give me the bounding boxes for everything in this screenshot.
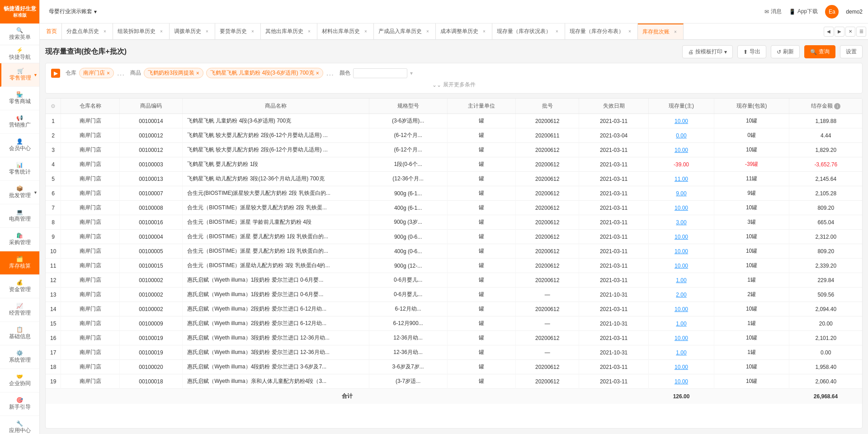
sidebar-item-guide[interactable]: 🎯 新手引导 [0,392,39,416]
table-container: ⚙ 仓库名称 商品编码 商品名称 规格型号 主计量单位 批号 失效日期 现存量(… [46,99,862,428]
cell-qty-main[interactable]: 1.00 [649,345,714,360]
sidebar-item-marketing[interactable]: 📢 营销推广 [0,110,39,134]
cell-name: 飞鹤星飞帆 较大婴儿配方奶粉 2段(6-12个月婴幼儿适用) ... [183,143,369,157]
close-icon[interactable]: × [204,28,210,35]
cell-qty-main[interactable]: 10.00 [649,244,714,259]
cell-qty-main[interactable]: 10.00 [649,360,714,374]
product-tag-close[interactable]: × [196,70,199,76]
sidebar-item-search[interactable]: 🔍 搜索英单 [0,24,39,45]
sidebar-item-member[interactable]: 👤 会员中心 [0,134,39,157]
tab-other-outbound[interactable]: 其他出库单历史 × [261,24,317,40]
product-tag-close2[interactable]: × [316,70,319,76]
sidebar-item-system[interactable]: ⚙️ 系统管理 [0,345,39,369]
close-icon[interactable]: × [102,28,108,35]
tab-prev-button[interactable]: ◀ [824,27,834,37]
tab-home[interactable]: 首页 [42,24,62,40]
tab-cost-adjust[interactable]: 成本调整单历史 × [436,24,492,40]
close-icon[interactable]: × [363,28,369,35]
col-spec: 规格型号 [369,99,447,114]
cell-qty-main[interactable]: 10.00 [649,302,714,316]
sidebar-item-wholesale[interactable]: 📦 批发管理 ▼ [0,181,39,204]
sidebar-item-app-center[interactable]: 🔧 应用中心 [0,416,39,434]
cell-qty-main[interactable]: 10.00 [649,259,714,273]
amount-info-icon[interactable]: i [834,103,840,109]
cell-qty-pkg: 0罐 [714,128,789,143]
cell-unit: 罐 [447,201,516,215]
tab-close-button[interactable]: ✕ [845,27,855,37]
close-icon[interactable]: × [425,28,431,35]
cell-qty-main[interactable]: 1.00 [649,273,714,288]
tab-batch-ledger[interactable]: 库存批次账 × [638,24,684,40]
export-button[interactable]: ⬆ 导出 [737,45,766,58]
settings-button[interactable]: 设置 [840,45,863,58]
sidebar-item-finance[interactable]: 💰 资金管理 [0,275,39,298]
inventory-icon: 🗂️ [16,256,23,262]
close-icon[interactable]: × [627,28,633,35]
color-dropdown-icon[interactable]: ▾ [410,70,413,76]
cell-qty-main[interactable]: 2.00 [649,288,714,302]
settings-icon[interactable]: ⚙ [51,103,56,109]
sidebar-item-retail-stats[interactable]: 📊 零售统计 [0,157,39,181]
cell-qty-main[interactable]: 10.00 [649,201,714,215]
tab-stock-status[interactable]: 现存量（库存状况表） × [492,24,565,40]
tab-assembly[interactable]: 组装拆卸单历史 × [113,24,170,40]
cell-qty-main[interactable]: 10.00 [649,143,714,157]
search-button[interactable]: 🔍 查询 [804,45,835,58]
tab-requisition[interactable]: 要货单历史 × [215,24,261,40]
print-button[interactable]: 🖨 按模板打印 ▾ [682,45,733,58]
cell-qty-main[interactable]: 1.00 [649,316,714,331]
close-icon[interactable]: × [481,28,487,35]
username: demo2 [846,9,863,15]
color-input[interactable] [353,68,407,78]
cell-name: 合生元（BIOSTIME）派星较大婴儿配方奶粉 2段 乳铁蛋... [183,201,369,215]
avatar[interactable]: Ea [825,5,839,19]
warehouse-tag-close[interactable]: × [107,70,110,76]
sidebar-item-operations[interactable]: 📈 经营管理 [0,298,39,322]
tab-inventory-count[interactable]: 分盘点单历史 × [62,24,113,40]
close-icon[interactable]: × [672,29,679,35]
footer-total-amount: 26,968.64 [789,389,862,404]
cell-qty-main[interactable]: 9.00 [649,186,714,201]
product-more-icon[interactable]: … [326,68,334,78]
message-button[interactable]: ✉ 消息 [764,8,782,15]
filter-area: ▶ 仓库 南岸门店 × … 商品 飞鹤奶粉3段两提装 × [45,63,863,94]
filter-expand-left-button[interactable]: ▶ [51,69,60,78]
cell-qty-main[interactable]: 10.00 [649,114,714,128]
table-header-row: ⚙ 仓库名称 商品编码 商品名称 规格型号 主计量单位 批号 失效日期 现存量(… [46,99,862,114]
cell-qty-main[interactable]: 10.00 [649,374,714,389]
sidebar-item-purchase[interactable]: 🛍️ 采购管理 [0,228,39,251]
close-icon[interactable]: × [306,28,312,35]
cell-qty-main[interactable]: 0.00 [649,128,714,143]
cell-qty-main[interactable]: 11.00 [649,172,714,186]
close-icon[interactable]: × [158,28,165,35]
warehouse-more-icon[interactable]: … [117,68,125,78]
company-dropdown[interactable]: 母婴行业演示账套 ▾ [45,6,100,17]
cell-unit: 罐 [447,128,516,143]
app-download-button[interactable]: 📱 App下载 [789,8,818,15]
topbar-left: 母婴行业演示账套 ▾ [45,6,100,17]
refresh-button[interactable]: ↺ 刷新 [771,45,800,58]
sidebar-item-inventory[interactable]: 🗂️ 库存核算 [0,251,39,275]
sidebar-item-ecommerce[interactable]: 💻 电商管理 [0,204,39,228]
sidebar-item-retail-mgmt[interactable]: 🛒 零售管理 ▼ [0,63,39,87]
cell-qty-main[interactable]: 3.00 [649,215,714,230]
tab-transfer[interactable]: 调拨单历史 × [170,24,215,40]
cell-qty-main[interactable]: 10.00 [649,331,714,345]
tab-menu-button[interactable]: ☰ [856,27,866,37]
cell-spec: (6-12个月... [369,128,447,143]
cell-code: 00100002 [119,273,182,288]
tab-material-outbound[interactable]: 材料出库单历史 × [317,24,374,40]
close-icon[interactable]: × [554,28,560,35]
sidebar-item-retail-store[interactable]: 🏪 零售商城 [0,87,39,110]
close-icon[interactable]: × [250,28,256,35]
filter-expand-row[interactable]: ⌄⌄ 展开更多条件 [51,81,857,89]
tab-stock-dist[interactable]: 现存量（库存分布表） × [565,24,638,40]
sidebar-item-quicknav[interactable]: ⚡ 快捷导航 [0,45,39,63]
cell-batch: 20200612 [516,360,579,374]
table-row: 19 南岸门店 00100018 惠氏启赋（Wyeth illuma）亲和人体儿… [46,374,862,389]
sidebar-item-enterprise[interactable]: 🤝 企业协同 [0,369,39,392]
sidebar-item-basic-info[interactable]: 📋 基础信息 [0,322,39,345]
cell-qty-main[interactable]: 10.00 [649,230,714,244]
tab-finished-inbound[interactable]: 产成品入库单历史 × [374,24,436,40]
tab-next-button[interactable]: ▶ [835,27,844,37]
